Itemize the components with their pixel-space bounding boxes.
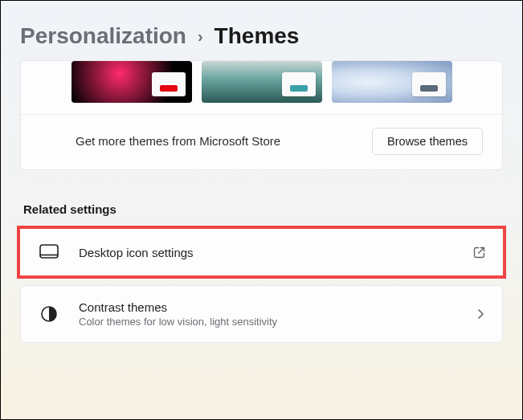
theme-thumbnail[interactable] (202, 61, 322, 103)
browse-themes-button[interactable]: Browse themes (372, 128, 483, 155)
row-title: Contrast themes (79, 300, 277, 314)
section-header-related: Related settings (23, 202, 503, 216)
page-title: Themes (215, 23, 300, 49)
breadcrumb-parent[interactable]: Personalization (20, 23, 186, 49)
store-text: Get more themes from Microsoft Store (76, 133, 280, 149)
breadcrumb: Personalization › Themes (20, 23, 503, 49)
theme-thumbnails (21, 61, 502, 114)
themes-card: Get more themes from Microsoft Store Bro… (20, 60, 503, 170)
chevron-right-icon (475, 308, 486, 320)
theme-thumbnail[interactable] (332, 61, 452, 103)
store-row: Get more themes from Microsoft Store Bro… (21, 114, 502, 169)
row-title: Desktop icon settings (79, 246, 194, 259)
row-subtitle: Color themes for low vision, light sensi… (79, 316, 277, 328)
contrast-icon (39, 305, 59, 323)
svg-rect-0 (40, 245, 58, 258)
theme-thumbnail[interactable] (72, 61, 192, 103)
contrast-themes-row[interactable]: Contrast themes Color themes for low vis… (20, 285, 503, 343)
chevron-right-icon: › (198, 27, 203, 46)
desktop-icon (39, 244, 59, 260)
desktop-icon-settings-row[interactable]: Desktop icon settings (20, 229, 503, 275)
open-external-icon (472, 246, 486, 259)
